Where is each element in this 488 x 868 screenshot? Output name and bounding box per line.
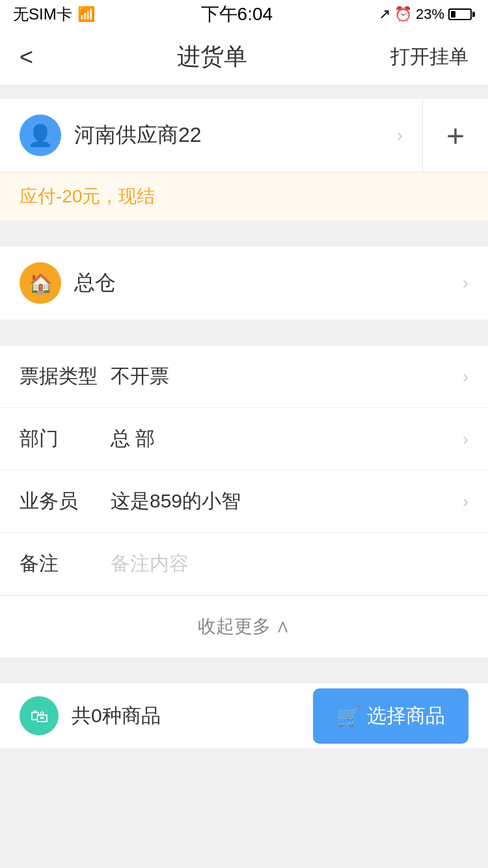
select-product-button[interactable]: 🛒 选择商品 [313,688,468,744]
notice-text: 应付-20元，现结 [20,186,155,206]
content-background [0,748,488,868]
chevron-right-icon: › [397,125,403,146]
department-value: 总 部 [98,426,456,452]
status-time: 下午6:04 [201,2,273,27]
wifi-icon: 📶 [77,6,95,23]
remark-row[interactable]: 备注 备注内容 [0,533,488,595]
department-label: 部门 [20,426,98,452]
shopping-bag-icon: 🛍 [30,705,48,727]
department-row[interactable]: 部门 总 部 › [0,408,488,470]
battery-icon [448,8,475,20]
invoice-type-row[interactable]: 票据类型 不开票 › [0,346,488,408]
supplier-name: 河南供应商22 [74,121,390,150]
back-button[interactable]: < [20,44,33,71]
add-supplier-button[interactable]: + [423,99,488,172]
person-icon: 👤 [27,123,53,148]
page-title: 进货单 [177,41,247,73]
status-bar: 无SIM卡 📶 下午6:04 ↗ ⏰ 23% [0,0,488,29]
warehouse-icon-wrap: 🏠 [20,262,61,304]
location-icon: ↗ [379,6,390,23]
battery-text: 23% [416,6,444,23]
supplier-section: 👤 河南供应商22 › + [0,99,488,172]
invoice-type-chevron: › [463,366,468,387]
select-btn-label: 选择商品 [367,703,445,729]
salesperson-row[interactable]: 业务员 这是859的小智 › [0,470,488,533]
remark-label: 备注 [20,550,98,577]
supplier-avatar: 👤 [20,115,61,156]
section-gap-3 [0,319,488,332]
department-chevron: › [463,429,468,450]
remark-input[interactable]: 备注内容 [98,550,468,577]
collapse-label: 收起更多 ∧ [198,616,291,636]
product-icon-wrap: 🛍 [20,696,59,735]
section-gap-2 [0,221,488,234]
status-left: 无SIM卡 📶 [13,4,95,25]
bottom-bar: 🛍 共0种商品 🛒 选择商品 [0,683,488,748]
supplier-selector[interactable]: 👤 河南供应商22 › [0,99,423,172]
notice-banner: 应付-20元，现结 [0,172,488,221]
alarm-icon: ⏰ [394,6,412,23]
warehouse-chevron-icon: › [463,273,468,293]
cart-icon: 🛒 [336,705,360,727]
warehouse-name: 总仓 [74,269,456,297]
status-right: ↗ ⏰ 23% [379,6,475,23]
nav-bar: < 进货单 打开挂单 [0,29,488,86]
salesperson-label: 业务员 [20,488,98,515]
warehouse-icon: 🏠 [29,272,53,295]
invoice-type-value: 不开票 [98,363,456,390]
fields-section: 票据类型 不开票 › 部门 总 部 › 业务员 这是859的小智 › 备注 备注… [0,346,488,657]
invoice-type-label: 票据类型 [20,363,98,390]
section-gap-4 [0,657,488,670]
carrier-text: 无SIM卡 [13,4,72,25]
product-count-text: 共0种商品 [72,703,313,729]
warehouse-row[interactable]: 🏠 总仓 › [0,247,488,319]
collapse-button[interactable]: 收起更多 ∧ [0,595,488,657]
salesperson-chevron: › [463,491,468,512]
salesperson-value: 这是859的小智 [98,488,456,515]
section-gap-1 [0,86,488,99]
open-pending-button[interactable]: 打开挂单 [390,44,468,70]
